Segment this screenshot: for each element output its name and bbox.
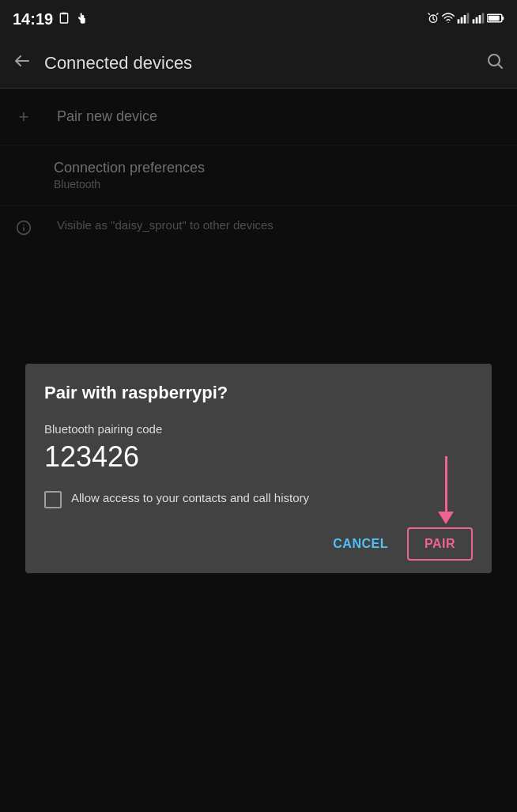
status-right <box>427 12 504 27</box>
battery-icon <box>487 13 504 26</box>
dialog-buttons: CANCEL PAIR <box>44 527 473 561</box>
arrow-line <box>445 456 447 512</box>
alarm-icon <box>427 12 440 27</box>
svg-rect-8 <box>476 17 478 23</box>
svg-rect-10 <box>482 13 485 23</box>
pair-dialog: Pair with raspberrypi? Bluetooth pairing… <box>25 364 492 573</box>
svg-rect-9 <box>479 15 481 24</box>
checkbox-label: Allow access to your contacts and call h… <box>71 489 309 506</box>
svg-rect-4 <box>461 17 463 23</box>
clipboard-icon <box>58 12 70 27</box>
contacts-checkbox[interactable] <box>44 491 62 508</box>
svg-rect-6 <box>467 13 470 23</box>
svg-rect-1 <box>62 12 66 14</box>
pairing-code: 123426 <box>44 440 473 474</box>
hand-icon <box>75 12 88 27</box>
status-time: 14:19 <box>13 10 53 28</box>
svg-rect-3 <box>458 19 460 23</box>
page-title: Connected devices <box>44 53 485 74</box>
signal-icon <box>457 12 470 27</box>
arrow-head <box>438 512 454 524</box>
pairing-code-label: Bluetooth pairing code <box>44 422 473 436</box>
svg-rect-5 <box>464 15 466 24</box>
status-left: 14:19 <box>13 10 88 28</box>
signal2-icon <box>472 12 485 27</box>
dialog-title: Pair with raspberrypi? <box>44 383 473 403</box>
app-bar: Connected devices <box>0 38 517 89</box>
svg-rect-7 <box>473 19 475 23</box>
wifi-icon <box>442 12 455 27</box>
back-button[interactable] <box>13 51 32 75</box>
cancel-button[interactable]: CANCEL <box>320 529 401 559</box>
svg-rect-13 <box>502 16 504 20</box>
search-button[interactable] <box>485 51 504 75</box>
svg-rect-0 <box>60 13 67 23</box>
pair-button[interactable]: PAIR <box>407 527 473 561</box>
arrow-annotation <box>438 456 454 524</box>
status-bar: 14:19 <box>0 0 517 38</box>
svg-rect-12 <box>489 15 500 20</box>
checkbox-row: Allow access to your contacts and call h… <box>44 489 473 508</box>
